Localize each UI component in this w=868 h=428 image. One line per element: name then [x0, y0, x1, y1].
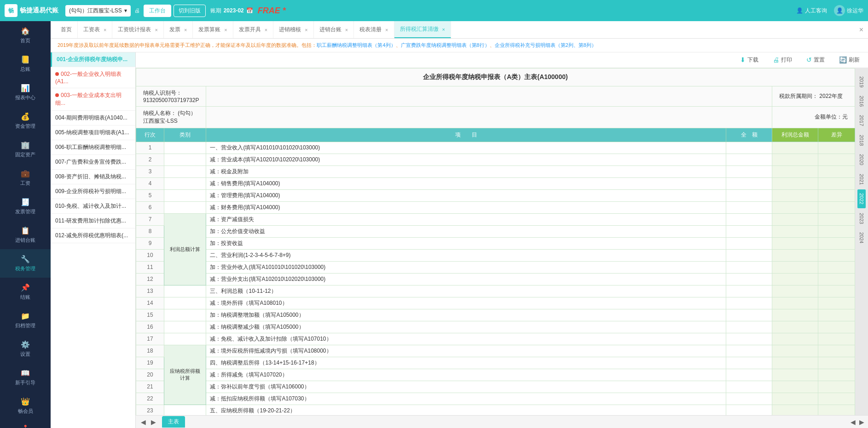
tab-invoice-close[interactable]: × — [184, 27, 187, 33]
tab-purchase-ledger[interactable]: 进销台账 × — [314, 21, 354, 38]
row-3-diff[interactable] — [818, 165, 855, 177]
row-17-amount[interactable] — [726, 333, 772, 345]
row-12-amount[interactable] — [726, 273, 772, 285]
sidebar-item-settings[interactable]: ⚙️ 设置 — [0, 335, 51, 363]
row-14-profit[interactable] — [772, 297, 818, 309]
sheet-prev-button[interactable]: ◀ — [139, 418, 147, 426]
left-panel-item-011[interactable]: 011-研发费用加计扣除优惠... — [51, 214, 135, 228]
left-panel-item-007[interactable]: 007-广告费和业务宣传费跌... — [51, 155, 135, 170]
tab-purchase-audit-close[interactable]: × — [305, 27, 307, 33]
row-11-profit[interactable] — [772, 261, 818, 273]
row-8-profit[interactable] — [772, 225, 818, 237]
row-13-amount[interactable] — [726, 285, 772, 297]
left-panel-item-010[interactable]: 010-免税、减计收入及加计... — [51, 199, 135, 214]
row-11-amount[interactable] — [726, 261, 772, 273]
row-19-amount[interactable] — [726, 357, 772, 369]
year-2020[interactable]: 2020 — [857, 150, 866, 169]
year-2022[interactable]: 2022 — [857, 189, 866, 208]
row-2-diff[interactable] — [818, 154, 855, 165]
tab-purchase-audit[interactable]: 进销稽核 × — [273, 21, 313, 38]
row-15-diff[interactable] — [818, 309, 855, 321]
tab-payroll-stats[interactable]: 工资统计报表 × — [112, 21, 163, 38]
row-22-diff[interactable] — [818, 393, 855, 405]
sidebar-item-assets[interactable]: 🏢 固定资产 — [0, 135, 51, 164]
row-22-profit[interactable] — [772, 393, 818, 405]
workbench-button[interactable]: 工作台 — [144, 5, 171, 17]
year-2018[interactable]: 2018 — [857, 131, 866, 149]
row-9-diff[interactable] — [818, 237, 855, 249]
cancel-fixed-button[interactable]: 📍 取消固定 — [2, 425, 48, 428]
row-6-profit[interactable] — [772, 201, 818, 213]
row-1-diff[interactable] — [818, 142, 855, 154]
sidebar-item-membership[interactable]: 👑 畅会员 — [0, 392, 51, 420]
sidebar-item-close[interactable]: 📌 结账 — [0, 278, 51, 306]
tab-invoice-calc-close[interactable]: × — [224, 27, 227, 33]
user-service[interactable]: 👤 人工客询 — [796, 7, 827, 15]
oldversion-button[interactable]: 切到旧版 — [174, 5, 206, 17]
tab-invoice-issue[interactable]: 发票开具 × — [233, 21, 273, 38]
row-8-diff[interactable] — [818, 225, 855, 237]
year-2017[interactable]: 2017 — [857, 111, 866, 130]
row-20-amount[interactable] — [726, 369, 772, 381]
left-panel-item-012[interactable]: 012-减免所得税优惠明细表(... — [51, 228, 135, 243]
row-21-profit[interactable] — [772, 381, 818, 393]
row-23-profit[interactable] — [772, 405, 818, 415]
row-12-diff[interactable] — [818, 273, 855, 285]
row-18-amount[interactable] — [726, 345, 772, 357]
tab-invoice-calc[interactable]: 发票算账 × — [193, 21, 233, 38]
row-16-amount[interactable] — [726, 321, 772, 333]
tab-tax-list-close[interactable]: × — [385, 27, 388, 33]
sidebar-item-reports[interactable]: 📊 报表中心 — [0, 78, 51, 107]
tab-invoice-issue-close[interactable]: × — [265, 27, 267, 33]
row-18-profit[interactable] — [772, 345, 818, 357]
row-9-profit[interactable] — [772, 237, 818, 249]
download-button[interactable]: ⬇ 下载 — [736, 55, 762, 65]
tab-payroll[interactable]: 工资表 × — [78, 21, 112, 38]
row-7-amount[interactable] — [726, 213, 772, 225]
row-13-diff[interactable] — [818, 285, 855, 297]
left-panel-item-003[interactable]: 003-一般企业成本支出明细... — [51, 88, 135, 111]
row-18-diff[interactable] — [818, 345, 855, 357]
refresh-button[interactable]: 🔄 刷新 — [835, 55, 863, 65]
row-17-diff[interactable] — [818, 333, 855, 345]
row-15-profit[interactable] — [772, 309, 818, 321]
sidebar-item-funds[interactable]: 💰 资金管理 — [0, 107, 51, 135]
left-panel-item-009[interactable]: 009-企业所得税补亏损明细... — [51, 184, 135, 199]
year-2024[interactable]: 2024 — [857, 228, 866, 247]
left-panel-item-001[interactable]: 001-企业所得税年度纳税申... — [51, 52, 135, 67]
left-panel-item-004[interactable]: 004-期间费用明细表(A1040... — [51, 111, 135, 126]
warning-link-1[interactable]: 职工薪酬纳税调整明细表（第4列） — [317, 42, 395, 48]
sidebar-item-invoice-mgmt[interactable]: 🧾 发票管理 — [0, 192, 51, 221]
row-23-diff[interactable] — [818, 405, 855, 415]
row-21-amount[interactable] — [726, 381, 772, 393]
left-panel-item-002[interactable]: 002-一般企业收入明细表(A1... — [51, 67, 135, 88]
row-6-diff[interactable] — [818, 201, 855, 213]
row-23-amount[interactable] — [726, 405, 772, 415]
row-3-amount[interactable] — [726, 165, 772, 177]
row-2-profit[interactable] — [772, 154, 818, 165]
year-2016[interactable]: 2016 — [857, 92, 866, 110]
row-4-diff[interactable] — [818, 177, 855, 189]
row-16-profit[interactable] — [772, 321, 818, 333]
row-20-diff[interactable] — [818, 369, 855, 381]
row-4-amount[interactable] — [726, 177, 772, 189]
tab-home[interactable]: 首页 — [55, 21, 78, 38]
sidebar-item-payroll[interactable]: 💼 工资 — [0, 164, 51, 192]
sheet-next-button[interactable]: ▶ — [150, 418, 157, 426]
tab-income-tax-close[interactable]: × — [442, 27, 445, 32]
print-button[interactable]: 🖨 打印 — [769, 55, 796, 65]
row-15-amount[interactable] — [726, 309, 772, 321]
row-5-profit[interactable] — [772, 189, 818, 201]
row-14-diff[interactable] — [818, 297, 855, 309]
close-window-button[interactable]: × — [859, 26, 863, 34]
row-1-profit[interactable] — [772, 142, 818, 154]
row-16-diff[interactable] — [818, 321, 855, 333]
row-5-amount[interactable] — [726, 189, 772, 201]
row-3-profit[interactable] — [772, 165, 818, 177]
reset-button[interactable]: ↺ 置置 — [803, 55, 828, 65]
row-14-amount[interactable] — [726, 297, 772, 309]
row-9-amount[interactable] — [726, 237, 772, 249]
company-selector[interactable]: (勾勾）江西服宝-LSS ▾ — [65, 5, 131, 17]
tab-payroll-close[interactable]: × — [104, 27, 106, 33]
tab-invoice[interactable]: 发票 × — [164, 21, 193, 38]
